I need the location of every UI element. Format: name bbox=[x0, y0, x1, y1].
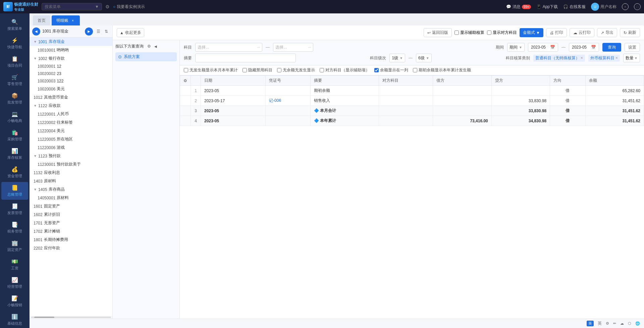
gear-icon[interactable]: ⚙ bbox=[105, 4, 110, 9]
voucher-link[interactable]: 记-006 bbox=[269, 98, 281, 103]
check-no-balance-input[interactable] bbox=[184, 68, 188, 72]
check-balance-one-col-input[interactable] bbox=[374, 68, 379, 72]
show-opposite-checkbox[interactable]: 显示对方科目 bbox=[487, 30, 517, 36]
tab-detail[interactable]: 明细账 × bbox=[52, 15, 80, 25]
account-item-11220006[interactable]: 11220006 游戏 bbox=[30, 143, 112, 152]
sidebar-item-ecommerce[interactable]: 💻 小畅电商 bbox=[1, 108, 28, 126]
tab-home[interactable]: 首页 bbox=[33, 15, 50, 25]
sidebar-item-payroll[interactable]: 💵 工资 bbox=[1, 256, 28, 273]
show-opposite-input[interactable] bbox=[487, 30, 491, 35]
account-item-10020006[interactable]: 10020006 美元 bbox=[30, 85, 112, 93]
tree-list-icon[interactable]: ☰ bbox=[95, 28, 102, 35]
sidebar-item-project[interactable]: 📋 项目合同 bbox=[1, 53, 28, 71]
bottom-lang-zh[interactable]: 英 bbox=[587, 321, 594, 326]
user-menu[interactable]: U 用户名称 bbox=[591, 3, 616, 11]
row-voucher-2[interactable]: 记-006 bbox=[266, 96, 311, 106]
account-next-btn[interactable]: ▶ bbox=[85, 27, 93, 36]
tag-close-foreign[interactable]: × bbox=[615, 56, 618, 60]
check-hide-disabled-input[interactable] bbox=[243, 68, 247, 72]
export-btn[interactable]: ↗ 导出 bbox=[597, 28, 617, 37]
query-btn[interactable]: 查询 bbox=[602, 43, 621, 52]
account-item-1801[interactable]: 1801 长期待摊费用 bbox=[30, 236, 112, 244]
summary-input[interactable] bbox=[195, 54, 296, 62]
account-item-10020003[interactable]: 10020003 122 bbox=[30, 77, 112, 85]
check-balance-one-col[interactable]: 余额显示在一列 bbox=[374, 67, 408, 73]
bottom-lang-en[interactable]: 英 bbox=[598, 321, 602, 326]
collapse-more-btn[interactable]: ▲ 收起更多 bbox=[117, 28, 144, 37]
account-item-1601[interactable]: 1601 固定资产 bbox=[30, 202, 112, 210]
check-no-balance-show-input[interactable] bbox=[277, 68, 281, 72]
tab-close-btn[interactable]: × bbox=[70, 18, 75, 23]
sidebar-item-tax[interactable]: 📑 税务管理 bbox=[1, 219, 28, 237]
print-btn[interactable]: 🖨 打印 bbox=[546, 28, 567, 37]
account-item-10020001[interactable]: 10020001 12 bbox=[30, 63, 112, 70]
search-input[interactable] bbox=[45, 4, 92, 9]
account-item-14050001[interactable]: 14050001 原材料 bbox=[30, 194, 112, 202]
account-level-start-select[interactable]: 1级 ▼ bbox=[389, 54, 405, 62]
sidebar-item-mgmt[interactable]: 📈 经营管理 bbox=[1, 274, 28, 292]
check-opposite[interactable]: 对方科目（显示辅助项） bbox=[320, 67, 370, 73]
cloud-print-btn[interactable]: ☁ 云打印 bbox=[570, 28, 594, 37]
sidebar-item-ledger[interactable]: 📒 总账管理 bbox=[1, 182, 28, 200]
account-item-11220004[interactable]: 11220004 美元 bbox=[30, 127, 112, 135]
account-item-1123[interactable]: ▼ 1123 预付款 bbox=[30, 152, 112, 160]
account-item-11220001[interactable]: 11220001 人民币 bbox=[30, 110, 112, 118]
sidebar-item-wholesale[interactable]: 📦 批发管理 bbox=[1, 90, 28, 108]
amount-format-btn[interactable]: 金额式 ▼ bbox=[520, 28, 543, 37]
account-item-11220005[interactable]: 11220005 所在地区 bbox=[30, 135, 112, 143]
bottom-globe-icon[interactable]: 🌐 bbox=[635, 321, 640, 326]
check-opening[interactable]: 期初余额显示本年累计发生额 bbox=[413, 67, 471, 73]
show-aux-input[interactable] bbox=[454, 30, 459, 35]
filter-gear-icon[interactable]: ⚙ bbox=[146, 43, 152, 50]
account-item-1122[interactable]: ▼ 1122 应收款 bbox=[30, 102, 112, 110]
tag-close-normal[interactable]: × bbox=[581, 56, 583, 60]
account-item-1132[interactable]: 1132 应收利息 bbox=[30, 169, 112, 177]
show-aux-checkbox[interactable]: 显示辅助核算 bbox=[454, 30, 484, 36]
date-start-input[interactable]: 2023-05 📅 bbox=[528, 43, 558, 52]
account-item-10020002[interactable]: 10020002 23 bbox=[30, 70, 112, 77]
account-item-10010001[interactable]: 10010001 哟哟哟 bbox=[30, 46, 112, 54]
account-item-1405[interactable]: ▼ 1405 库存商品 bbox=[30, 185, 112, 194]
expand-icon[interactable]: ▼ bbox=[34, 40, 37, 44]
account-item-1001[interactable]: ▼ 1001 库存现金 bbox=[30, 38, 112, 46]
bottom-settings-icon[interactable]: ⚙ bbox=[606, 321, 609, 326]
app-download-btn[interactable]: 📱 App下载 bbox=[536, 4, 558, 10]
period-type-select[interactable]: 期间 ▼ bbox=[507, 43, 525, 52]
sidebar-item-search[interactable]: 🔍 搜索菜单 bbox=[1, 16, 28, 34]
sidebar-item-capital[interactable]: 💰 资金管理 bbox=[1, 163, 28, 181]
top-search-box[interactable]: ▼ bbox=[42, 3, 102, 10]
online-service-btn[interactable]: 🎧 在线客服 bbox=[563, 4, 586, 10]
check-no-balance-show[interactable]: 无余额无发生显示 bbox=[277, 67, 315, 73]
refresh-btn[interactable]: ↻ 刷新 bbox=[620, 28, 640, 37]
bottom-edit-icon[interactable]: ✏ bbox=[613, 321, 616, 326]
account-item-1602[interactable]: 1602 累计折旧 bbox=[30, 210, 112, 219]
expand-icon[interactable]: ▼ bbox=[34, 154, 37, 158]
sidebar-item-retail[interactable]: 🛒 零售管理 bbox=[1, 71, 28, 89]
account-item-11220002[interactable]: 11220002 往来标签 bbox=[30, 118, 112, 127]
check-opposite-input[interactable] bbox=[320, 68, 324, 72]
scheme-item-system[interactable]: ⊙ 系统方案 bbox=[115, 52, 177, 61]
bottom-cloud-icon[interactable]: ☁ bbox=[620, 321, 624, 326]
tree-sort-icon[interactable]: ⇅ bbox=[103, 28, 110, 35]
window-close-btn[interactable]: × bbox=[622, 3, 629, 10]
sidebar-item-quick[interactable]: ⚡ 快捷导航 bbox=[1, 35, 28, 52]
date-end-input[interactable]: 2023-05 📅 bbox=[569, 43, 599, 52]
window-maximize-btn[interactable]: □ bbox=[634, 3, 641, 10]
expand-icon[interactable]: ▼ bbox=[34, 104, 37, 108]
sidebar-item-stock[interactable]: 📊 库存核算 bbox=[1, 145, 28, 163]
settings-btn[interactable]: 设置 bbox=[625, 43, 640, 52]
check-no-balance[interactable]: 无发生额显示本月本年累计 bbox=[184, 67, 238, 73]
expand-icon[interactable]: ▼ bbox=[34, 57, 37, 60]
sidebar-item-purchase[interactable]: 🛍️ 采购管理 bbox=[1, 127, 28, 144]
account-item-1701[interactable]: 1701 无形资产 bbox=[30, 219, 112, 227]
account-item-1002[interactable]: ▼ 1002 银行存款 bbox=[30, 54, 112, 63]
sidebar-item-assets[interactable]: 🏢 固定资产 bbox=[1, 237, 28, 255]
col-settings[interactable]: ⚙ bbox=[180, 76, 191, 86]
account-item-2202[interactable]: 2202 应付年款 bbox=[30, 244, 112, 252]
check-opening-input[interactable] bbox=[413, 68, 417, 72]
sidebar-item-invoice[interactable]: 🧾 发票管理 bbox=[1, 200, 28, 218]
account-item-11230001[interactable]: 11230001 预付款款美于 bbox=[30, 160, 112, 169]
account-hscroll-thumb[interactable] bbox=[34, 317, 54, 318]
account-item-1702[interactable]: 1702 累计摊销 bbox=[30, 227, 112, 236]
account-filter-input2[interactable]: 选择... ··· bbox=[273, 43, 313, 52]
